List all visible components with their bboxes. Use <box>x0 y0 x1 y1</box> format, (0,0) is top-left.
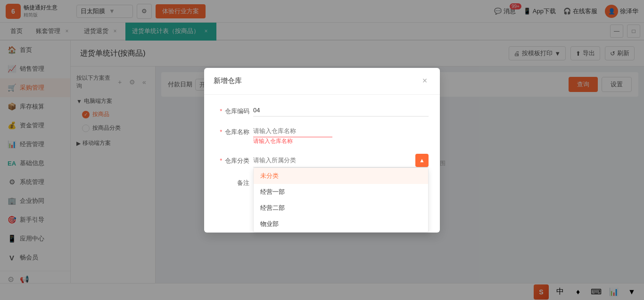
name-input-row: * 仓库名称 <box>215 125 429 137</box>
modal-header: 新增仓库 × <box>204 68 440 95</box>
code-label-text: 仓库编码 <box>225 108 249 115</box>
category-label-text: 仓库分类 <box>225 157 249 164</box>
code-input[interactable] <box>253 104 429 117</box>
note-label: 备注 <box>215 176 253 187</box>
option-operations-1[interactable]: 经营一部 <box>254 184 428 200</box>
category-dropdown-arrow[interactable]: ▲ <box>415 154 429 167</box>
name-input-wrap <box>253 125 429 137</box>
category-form-row: * 仓库分类 ▲ 未分类 经营一部 经营二部 物业部 <box>215 154 429 167</box>
name-label: * 仓库名称 <box>215 125 253 136</box>
category-input-wrap: ▲ <box>253 154 429 167</box>
category-dropdown-row: ▲ <box>253 154 429 167</box>
name-label-text: 仓库名称 <box>225 128 249 135</box>
new-warehouse-modal: 新增仓库 × * 仓库编码 * 仓库名称 <box>204 68 440 233</box>
name-required-mark: * <box>220 128 222 135</box>
category-label: * 仓库分类 <box>215 154 253 165</box>
name-error-message: 请输入仓库名称 <box>253 138 293 144</box>
name-input[interactable] <box>253 125 332 137</box>
category-required-mark: * <box>220 157 222 164</box>
modal-body: * 仓库编码 * 仓库名称 请输入仓库名称 <box>204 95 440 208</box>
modal-title: 新增仓库 <box>214 76 242 85</box>
modal-close-button[interactable]: × <box>419 75 430 87</box>
category-input[interactable] <box>253 154 415 166</box>
name-error-wrap: 请输入仓库名称 <box>215 137 429 145</box>
note-label-text: 备注 <box>237 179 249 186</box>
code-label: * 仓库编码 <box>215 104 253 116</box>
code-required-mark: * <box>220 108 222 115</box>
option-uncategorized[interactable]: 未分类 <box>254 168 428 184</box>
option-operations-2[interactable]: 经营二部 <box>254 200 428 216</box>
category-dropdown-popup: 未分类 经营一部 经营二部 物业部 <box>253 167 429 233</box>
name-form-row: * 仓库名称 请输入仓库名称 <box>215 125 429 145</box>
code-form-row: * 仓库编码 <box>215 104 429 117</box>
option-property[interactable]: 物业部 <box>254 216 428 232</box>
modal-overlay: 新增仓库 × * 仓库编码 * 仓库名称 <box>0 0 644 300</box>
